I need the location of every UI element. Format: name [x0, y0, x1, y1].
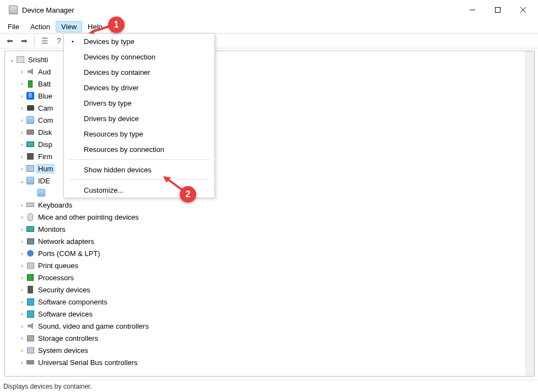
menu-item-resources-by-type[interactable]: Resources by type	[64, 126, 214, 141]
expand-icon[interactable]: ›	[18, 360, 26, 366]
menu-item-devices-by-type[interactable]: •Devices by type	[64, 34, 214, 49]
tree-node[interactable]: ›Storage controllers	[6, 332, 533, 344]
expand-icon[interactable]: ›	[18, 335, 26, 341]
menu-item-devices-by-driver[interactable]: Devices by driver	[64, 80, 214, 95]
tree-node[interactable]: ›Security devices	[6, 284, 533, 296]
tree-node-label: Universal Serial Bus controllers	[37, 358, 139, 367]
expand-icon[interactable]: ›	[18, 166, 26, 172]
sw-icon	[26, 297, 35, 306]
expand-icon[interactable]: ›	[18, 214, 26, 220]
tree-node-label: Disp	[37, 140, 53, 149]
collapse-icon[interactable]: ⌄	[18, 178, 26, 184]
menu-separator	[68, 159, 210, 160]
menu-item-devices-by-container[interactable]: Devices by container	[64, 64, 214, 80]
menu-view[interactable]: View	[56, 21, 82, 32]
menu-item-label: Devices by driver	[84, 84, 139, 92]
expand-icon[interactable]: ›	[18, 105, 26, 111]
expand-icon[interactable]: ›	[18, 154, 26, 160]
status-text: Displays devices by container.	[3, 383, 92, 390]
tree-node[interactable]: ›Mice and other pointing devices	[6, 211, 533, 223]
tree-node-label: Aud	[37, 68, 52, 76]
toolbar-separator	[34, 35, 35, 46]
tree-node[interactable]: ›System devices	[6, 344, 533, 356]
kb-icon	[26, 200, 35, 209]
expand-icon[interactable]: ›	[18, 311, 26, 317]
expand-icon[interactable]: ›	[18, 129, 26, 135]
tree-node-label: Software components	[37, 298, 109, 306]
expand-icon[interactable]: ›	[18, 287, 26, 293]
tree-icon: ☰	[41, 36, 49, 45]
mon-icon	[26, 225, 35, 233]
tree-node-label: Monitors	[37, 225, 67, 233]
tree-node-label: Software devices	[37, 310, 94, 318]
tree-node-label: Blue	[37, 92, 53, 100]
expand-icon[interactable]: ›	[18, 251, 26, 257]
expand-icon[interactable]: ›	[18, 93, 26, 99]
menubar: FileActionViewHelp	[0, 20, 538, 33]
tree-node-label: Mice and other pointing devices	[37, 213, 140, 221]
pc-icon	[16, 55, 25, 64]
tree-node[interactable]: ›Monitors	[6, 223, 533, 235]
menu-action[interactable]: Action	[25, 21, 56, 32]
tree-node-label: Processors	[37, 274, 75, 282]
tree-node[interactable]: ›Keyboards	[6, 199, 533, 211]
expand-icon[interactable]: ›	[18, 226, 26, 232]
tree-node[interactable]: ›Processors	[6, 271, 533, 284]
menu-item-resources-by-connection[interactable]: Resources by connection	[64, 141, 214, 157]
arrow-right-icon: ➡	[21, 36, 28, 45]
expand-icon[interactable]: ›	[18, 141, 26, 148]
generic-icon	[26, 176, 35, 185]
tree-node-label: Batt	[37, 80, 52, 88]
net-icon	[26, 237, 35, 246]
arrow-left-icon: ⬅	[7, 36, 13, 45]
nav-forward-button[interactable]: ➡	[18, 35, 31, 47]
tree-node[interactable]: ›Software devices	[6, 308, 533, 320]
minimize-button[interactable]	[460, 1, 485, 19]
menu-item-devices-by-connection[interactable]: Devices by connection	[64, 49, 214, 64]
tree-node[interactable]: ›Print queues	[6, 259, 533, 271]
tree-node[interactable]: ›Universal Serial Bus controllers	[6, 356, 533, 368]
bt-icon: B	[26, 91, 35, 100]
titlebar: Device Manager	[0, 0, 538, 20]
expand-icon[interactable]: ›	[18, 323, 26, 329]
view-menu-dropdown: •Devices by typeDevices by connectionDev…	[63, 33, 215, 198]
nav-back-button[interactable]: ⬅	[3, 35, 17, 47]
expand-icon[interactable]: ›	[18, 69, 26, 75]
close-button[interactable]	[510, 1, 536, 19]
mouse-icon	[26, 213, 35, 221]
tree-node-label: Com	[37, 116, 54, 124]
tree-node-label: Storage controllers	[37, 334, 99, 342]
menu-item-label: Devices by connection	[84, 53, 155, 61]
usb-icon	[26, 358, 35, 367]
tree-node[interactable]: ›Software components	[6, 296, 533, 308]
expand-icon[interactable]: ›	[18, 238, 26, 244]
vertical-scrollbar[interactable]	[525, 51, 534, 376]
expand-icon[interactable]: ›	[18, 299, 26, 305]
callout-one: 1	[108, 17, 125, 33]
menu-file[interactable]: File	[2, 21, 25, 32]
window-controls	[460, 1, 536, 19]
menu-item-label: Resources by type	[84, 130, 143, 138]
menu-item-label: Drivers by device	[84, 115, 139, 123]
tree-node[interactable]: ›Network adapters	[6, 235, 533, 247]
maximize-button[interactable]	[485, 1, 510, 19]
expand-icon[interactable]: ›	[18, 263, 26, 269]
menu-item-show-hidden-devices[interactable]: Show hidden devices	[64, 162, 214, 177]
generic-icon	[26, 116, 35, 124]
expand-icon[interactable]: ›	[18, 202, 26, 208]
status-bar: Displays devices by container.	[0, 380, 538, 392]
snd-icon	[26, 67, 35, 76]
tree-node-label: Hum	[37, 165, 54, 173]
expand-icon[interactable]: ›	[18, 275, 26, 281]
tree-node[interactable]: ›Ports (COM & LPT)	[6, 247, 533, 259]
menu-item-label: Resources by connection	[84, 145, 164, 154]
show-hide-tree-button[interactable]: ☰	[38, 35, 51, 47]
tree-node[interactable]: ›Sound, video and game controllers	[6, 320, 533, 332]
expand-icon[interactable]: ›	[18, 117, 26, 123]
menu-item-drivers-by-type[interactable]: Drivers by type	[64, 95, 214, 111]
expand-icon[interactable]: ›	[18, 81, 26, 87]
menu-item-drivers-by-device[interactable]: Drivers by device	[64, 111, 214, 126]
collapse-icon[interactable]: ⌄	[8, 57, 16, 63]
cam-icon	[26, 104, 35, 112]
expand-icon[interactable]: ›	[18, 347, 26, 353]
